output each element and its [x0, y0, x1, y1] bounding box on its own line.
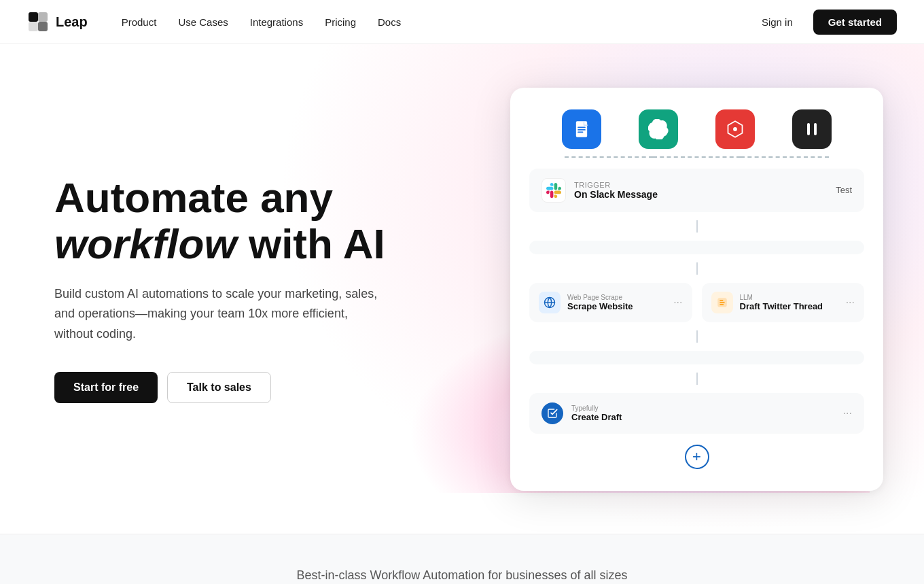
svg-rect-10	[807, 123, 810, 135]
svg-rect-5	[578, 126, 586, 128]
web-scrape-title: Scrape Website	[567, 301, 667, 311]
web-scrape-menu[interactable]: ···	[673, 296, 682, 309]
add-step-wrapper: +	[529, 445, 864, 469]
llm-icon	[711, 292, 733, 313]
workflow-card: Trigger On Slack Message Test	[510, 88, 883, 491]
vertical-connector-4	[696, 373, 698, 385]
svg-rect-3	[38, 22, 48, 31]
llm-menu[interactable]: ···	[846, 296, 855, 309]
llm-step: LLM Draft Twitter Thread ···	[702, 283, 865, 322]
nav-link-use-cases[interactable]: Use Cases	[168, 11, 237, 33]
vertical-connector-3	[696, 330, 698, 343]
nav-link-pricing[interactable]: Pricing	[315, 11, 366, 33]
final-label: Typefully	[571, 405, 835, 412]
placeholder-block	[529, 241, 864, 254]
nav-link-integrations[interactable]: Integrations	[241, 11, 313, 33]
svg-rect-2	[29, 22, 38, 31]
trigger-block: Trigger On Slack Message Test	[529, 169, 864, 212]
get-started-button[interactable]: Get started	[813, 10, 897, 35]
talk-to-sales-button[interactable]: Talk to sales	[167, 372, 271, 403]
llm-info: LLM Draft Twitter Thread	[740, 294, 839, 311]
dashed-line-2	[653, 156, 741, 158]
slack-icon	[541, 178, 566, 203]
hero-subtext: Build custom AI automations to scale you…	[54, 284, 380, 345]
placeholder-block-2	[529, 351, 864, 364]
final-step-info: Typefully Create Draft	[571, 405, 835, 422]
llm-label: LLM	[740, 294, 839, 301]
nav-link-docs[interactable]: Docs	[368, 11, 410, 33]
hero-visual: Trigger On Slack Message Test	[510, 88, 883, 491]
logo[interactable]: Leap	[27, 11, 88, 33]
headline-italic: workflow	[54, 220, 237, 267]
add-step-button[interactable]: +	[685, 445, 709, 469]
final-step: Typefully Create Draft ···	[529, 393, 864, 434]
logo-text: Leap	[56, 14, 88, 30]
svg-rect-11	[814, 123, 817, 135]
final-menu[interactable]: ···	[843, 407, 852, 419]
test-button[interactable]: Test	[836, 185, 852, 195]
web-scrape-info: Web Page Scrape Scrape Website	[567, 294, 667, 311]
bottom-strip: Best-in-class Workflow Automation for bu…	[0, 534, 924, 584]
logo-icon	[27, 11, 49, 33]
hexagon-icon	[715, 109, 755, 149]
sign-in-button[interactable]: Sign in	[749, 11, 805, 33]
svg-point-9	[733, 127, 737, 131]
svg-rect-1	[38, 12, 48, 22]
pause-icon	[792, 109, 832, 149]
bottom-strip-text: Best-in-class Workflow Automation for bu…	[27, 568, 897, 583]
vertical-connector-2	[696, 262, 698, 275]
typefully-icon	[541, 402, 563, 424]
hero-headline: Automate any workflow with AI	[54, 175, 510, 267]
trigger-info: Trigger On Slack Message	[574, 181, 828, 200]
headline-line1: Automate any	[54, 174, 333, 221]
hero-section: Automate any workflow with AI Build cust…	[0, 44, 924, 534]
dashed-line-1	[565, 156, 653, 158]
svg-rect-7	[578, 131, 583, 133]
hero-buttons: Start for free Talk to sales	[54, 372, 510, 403]
web-scrape-label: Web Page Scrape	[567, 294, 667, 301]
workflow-top-icons-row	[529, 109, 864, 149]
trigger-title: On Slack Message	[574, 189, 828, 200]
nav-right: Sign in Get started	[749, 10, 897, 35]
nav-left: Leap Product Use Cases Integrations Pric…	[27, 11, 410, 33]
openai-icon	[639, 109, 678, 149]
trigger-label: Trigger	[574, 181, 828, 189]
google-docs-icon	[562, 109, 601, 149]
nav-links: Product Use Cases Integrations Pricing D…	[112, 11, 411, 33]
svg-rect-6	[578, 129, 586, 131]
hero-content: Automate any workflow with AI Build cust…	[54, 175, 510, 402]
start-for-free-button[interactable]: Start for free	[54, 372, 158, 403]
dashed-line-3	[741, 156, 829, 158]
final-title: Create Draft	[571, 412, 835, 422]
web-scrape-icon	[539, 292, 561, 313]
nav-link-product[interactable]: Product	[112, 11, 166, 33]
llm-title: Draft Twitter Thread	[740, 301, 839, 311]
svg-rect-0	[29, 12, 38, 22]
web-scrape-step: Web Page Scrape Scrape Website ···	[529, 283, 692, 322]
workflow-steps-row: Web Page Scrape Scrape Website ··· LLM D…	[529, 283, 864, 322]
vertical-connector-1	[696, 220, 698, 233]
workflow-top-icons-section	[529, 109, 864, 158]
navbar: Leap Product Use Cases Integrations Pric…	[0, 0, 924, 44]
headline-normal: with AI	[237, 220, 385, 267]
